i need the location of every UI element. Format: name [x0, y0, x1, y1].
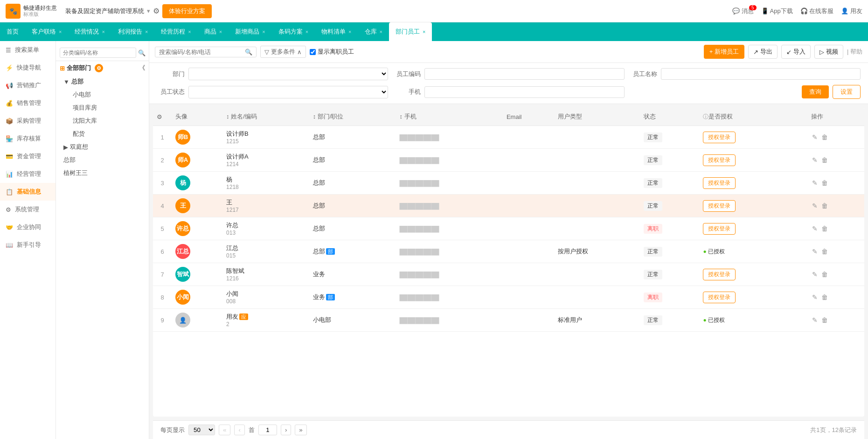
sidebar-item-marketing[interactable]: 📢 营销推广 [0, 77, 56, 94]
delete-btn[interactable]: 🗑 [821, 248, 828, 255]
delete-btn[interactable]: 🗑 [821, 156, 828, 164]
grid-icon: ⊞ [60, 65, 65, 72]
search-input[interactable] [159, 49, 243, 56]
tab-operation-status[interactable]: 经营情况 × [68, 22, 111, 41]
phone-filter-input[interactable] [424, 86, 624, 98]
auth-btn[interactable]: 授权登录 [703, 292, 736, 303]
col-phone[interactable]: ↕ 手机 [396, 108, 503, 126]
app-download-btn[interactable]: 📱 App下载 [761, 7, 793, 15]
search-icon-btn[interactable]: 🔍 [245, 49, 252, 56]
set-btn[interactable]: 设置 [833, 85, 861, 99]
tab-journey[interactable]: 经营历程 × [154, 22, 197, 41]
dept-filter-select[interactable] [188, 68, 388, 80]
show-resigned-check[interactable]: 显示离职员工 [310, 48, 354, 56]
delete-btn[interactable]: 🗑 [821, 202, 828, 209]
edit-btn[interactable]: ✎ [812, 225, 818, 232]
tab-new-goods[interactable]: 新增商品 × [229, 22, 271, 41]
delete-btn[interactable]: 🗑 [821, 133, 828, 141]
video-btn[interactable]: ▷ 视频 [814, 45, 843, 59]
dept-search-icon[interactable]: 🔍 [138, 49, 146, 56]
delete-btn[interactable]: 🗑 [821, 271, 828, 278]
auth-btn[interactable]: 授权登录 [703, 177, 736, 189]
dept-node-zhishu[interactable]: 植树王三 [60, 167, 149, 180]
code-filter-input[interactable] [424, 68, 624, 80]
query-btn[interactable]: 查询 [802, 85, 829, 98]
edit-btn[interactable]: ✎ [812, 248, 818, 255]
auth-info-icon[interactable]: ⓘ [703, 113, 708, 120]
delete-btn[interactable]: 🗑 [821, 293, 828, 301]
email-cell [503, 263, 554, 286]
more-conditions-btn[interactable]: ▽ 更多条件 ∧ [260, 46, 306, 58]
auth-btn[interactable]: 授权登录 [703, 200, 736, 212]
dept-node-project[interactable]: 项目库房 [60, 101, 149, 114]
dept-node-peihuo[interactable]: 配货 [60, 127, 149, 140]
dept-node-xiaodian[interactable]: 小电部 [60, 88, 149, 101]
tab-home[interactable]: 首页 [0, 22, 25, 41]
sidebar-item-finance[interactable]: 💳 资金管理 [0, 147, 56, 165]
edit-btn[interactable]: ✎ [812, 316, 818, 324]
finance-icon: 💳 [6, 153, 13, 160]
online-service-btn[interactable]: 🎧 在线客服 [800, 7, 834, 15]
tab-barcode[interactable]: 条码方案 × [272, 22, 315, 41]
edit-btn[interactable]: ✎ [812, 179, 818, 187]
delete-btn[interactable]: 🗑 [821, 179, 828, 187]
resigned-checkbox[interactable] [310, 49, 316, 55]
dept-collapse-btn[interactable]: 《 [139, 64, 145, 72]
sidebar-item-quicknav[interactable]: ⚡ 快捷导航 [0, 59, 56, 77]
per-page-select[interactable]: 50 20 100 [188, 425, 215, 435]
sidebar-item-guide[interactable]: 📖 新手引导 [0, 236, 56, 254]
tab-warehouse[interactable]: 仓库 × [358, 22, 389, 41]
sidebar-item-inventory[interactable]: 🏪 库存核算 [0, 130, 56, 147]
auth-btn[interactable]: 授权登录 [703, 132, 736, 143]
logo-text: 畅捷通好生意 标准版 [23, 5, 57, 18]
sidebar-item-basicinfo[interactable]: 📋 基础信息 [0, 183, 56, 201]
tab-employees[interactable]: 部门员工 × [389, 22, 432, 41]
sidebar-item-purchase[interactable]: 📦 采购管理 [0, 112, 56, 130]
auth-btn[interactable]: 授权登录 [703, 154, 736, 166]
employee-table: ⚙ 头像 ↕ 姓名/编码 ↕ 部门/职位 ↕ 手机 Email 用户类型 状态 … [153, 108, 864, 332]
table-header-row: ⚙ 头像 ↕ 姓名/编码 ↕ 部门/职位 ↕ 手机 Email 用户类型 状态 … [153, 108, 864, 126]
dept-node-zongbu[interactable]: 总部 [60, 153, 149, 167]
edit-btn[interactable]: ✎ [812, 202, 818, 209]
dept-node-root[interactable]: ▼ 总部 [60, 75, 149, 88]
edit-btn[interactable]: ✎ [812, 133, 818, 141]
message-btn[interactable]: 💬 5 消息 [732, 7, 754, 15]
import-btn[interactable]: ↙ 导入 [781, 45, 811, 59]
help-btn[interactable]: | 帮助 [847, 48, 862, 56]
export-btn[interactable]: ↗ 导出 [748, 45, 778, 59]
edit-btn[interactable]: ✎ [812, 156, 818, 164]
delete-btn[interactable]: 🗑 [821, 225, 828, 232]
delete-btn[interactable]: 🗑 [821, 316, 828, 324]
trial-btn[interactable]: 体验行业方案 [162, 4, 212, 18]
sidebar-item-search[interactable]: ☰ 搜索菜单 [0, 41, 56, 59]
system-dropdown-icon[interactable]: ▾ [147, 7, 150, 14]
col-settings[interactable]: ⚙ [153, 108, 172, 126]
add-employee-btn[interactable]: + 新增员工 [704, 45, 744, 59]
tab-goods[interactable]: 商品 × [198, 22, 229, 41]
last-page-btn[interactable]: » [295, 425, 306, 435]
tab-bom[interactable]: 物料清单 × [315, 22, 358, 41]
sidebar-item-sales[interactable]: 💰 销售管理 [0, 94, 56, 112]
edit-btn[interactable]: ✎ [812, 271, 818, 278]
tab-customer[interactable]: 客户联络 × [25, 22, 68, 41]
dept-node-shenyang[interactable]: 沈阳大库 [60, 114, 149, 127]
dept-search-input[interactable] [60, 48, 136, 58]
dept-node-shuangting[interactable]: ▶ 双庭想 [60, 140, 149, 153]
first-page-btn[interactable]: « [219, 425, 230, 435]
page-input[interactable] [258, 425, 277, 435]
sidebar-item-cooperation[interactable]: 🤝 企业协同 [0, 218, 56, 236]
name-filter-input[interactable] [661, 68, 861, 80]
status-filter-select[interactable] [188, 86, 388, 98]
auth-btn[interactable]: 授权登录 [703, 223, 736, 235]
col-name[interactable]: ↕ 姓名/编码 [222, 108, 309, 126]
tab-profit[interactable]: 利润报告 × [111, 22, 154, 41]
prev-page-btn[interactable]: ‹ [234, 425, 244, 435]
col-dept[interactable]: ↕ 部门/职位 [309, 108, 396, 126]
user-avatar[interactable]: 👤 用友 [841, 7, 862, 15]
auth-btn[interactable]: 授权登录 [703, 269, 736, 280]
sidebar-item-system[interactable]: ⚙ 系统管理 [0, 201, 56, 218]
gear-icon[interactable]: ⚙ [153, 7, 160, 15]
sidebar-item-operation[interactable]: 📊 经营管理 [0, 165, 56, 183]
edit-btn[interactable]: ✎ [812, 293, 818, 301]
next-page-btn[interactable]: › [281, 425, 291, 435]
